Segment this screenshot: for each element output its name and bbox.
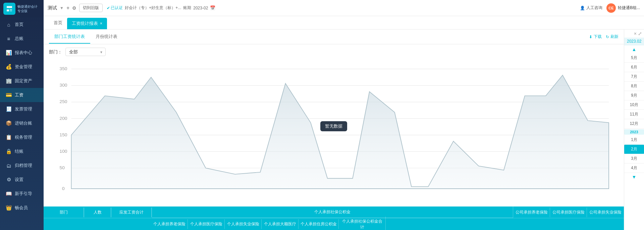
sidebar-item-label: 进销台账 [15,120,32,126]
sales-icon: 📦 [5,120,12,126]
ledger-icon: ≡ [5,36,12,42]
topbar-dropdown-arrow[interactable]: ▼ [60,6,64,10]
certified-badge: ✔ 已认证 [107,5,123,11]
chart-container: 350 300 250 200 150 100 50 0 [44,59,624,206]
topbar-add-button[interactable]: + [66,5,69,11]
month-1[interactable]: 1月 [624,135,644,145]
sub-tab-dept[interactable]: 部门工资统计表 [49,30,90,44]
year-badge: 2023 [624,129,644,135]
sidebar-item-funds[interactable]: 💰 资金管理 [0,60,44,74]
right-panel-expand-button[interactable]: ⤢ [638,31,642,36]
sidebar-item-ledger[interactable]: ≡ 总账 [0,32,44,46]
table-header: 部门 人数 应发工资合计 [44,206,624,230]
user-avatar: CE [606,3,616,13]
sidebar-item-label: 税务管理 [15,134,32,140]
sub-tab-monthly[interactable]: 月份统计表 [90,30,123,44]
th-count: 人数 [84,208,111,217]
month-4[interactable]: 4月 [624,164,644,173]
tab-home[interactable]: 首页 [49,17,67,29]
month-10[interactable]: 10月 [624,100,644,110]
payroll-icon: 💳 [5,92,12,98]
th-personal-medical: 个人承担医疗保险 [188,219,225,229]
consult-icon: 👤 [580,6,585,10]
filter-label: 部门： [49,49,62,55]
month-3[interactable]: 3月 [624,154,644,164]
consult-button[interactable]: 👤 人工咨询 [580,5,602,11]
sidebar-item-reports[interactable]: 📊 报表中心 [0,46,44,60]
refresh-button[interactable]: ↻ 刷新 [606,34,619,40]
filter-select-wrapper: 全部 [65,48,106,56]
closing-icon: 🔒 [5,148,12,154]
user-menu[interactable]: CE 轻捷通B组... [606,3,640,13]
th-personal-unemployment: 个人承担失业保险 [225,219,262,229]
tab-payroll-report[interactable]: 工资统计报表 × [67,18,107,29]
tab-close-button[interactable]: × [100,21,102,26]
content-area: 部门工资统计表 月份统计表 ⬇ 下载 ↻ 刷新 [44,30,644,230]
user-name: 轻捷通B组... [618,5,640,11]
sidebar-item-guide[interactable]: 📖 新手引导 [0,187,44,201]
main-content: 部门工资统计表 月份统计表 ⬇ 下载 ↻ 刷新 [44,30,624,230]
date-nav-up[interactable]: ▲ [624,45,644,53]
th-personal-bigmedical: 个人承担大额医疗 [262,219,299,229]
logo-icon [3,3,15,15]
sidebar-item-invoices[interactable]: 🧾 发票管理 [0,102,44,116]
th-total-salary: 应发工资合计 [111,208,152,217]
th-personal-housing: 个人承担住房公积金 [299,219,339,229]
tabbar: 首页 工资统计报表 × [44,16,644,30]
chart-svg: 350 300 250 200 150 100 50 0 [50,63,617,203]
logo-text: 畅捷通好会计 专业版 [17,4,38,13]
topbar-switch-button[interactable]: 切到旧版 [79,4,103,12]
sidebar-item-payroll[interactable]: 💳 工资 [0,88,44,102]
sidebar-item-assets[interactable]: 🏢 固定资产 [0,74,44,88]
sidebar-item-label: 固定资产 [15,78,32,84]
sidebar-item-archive[interactable]: 🗂 归档管理 [0,158,44,173]
filter-bar: 部门： 全部 [44,44,624,59]
department-select[interactable]: 全部 [65,48,106,56]
guide-icon: 📖 [5,191,12,197]
th-personal-total: 个人承担社保公积金合计 [339,217,386,230]
sidebar-item-closing[interactable]: 🔒 结账 [0,144,44,158]
sidebar-logo: 畅捷通好会计 专业版 [0,0,44,17]
calendar-icon[interactable]: 📅 [210,5,215,10]
month-6[interactable]: 6月 [624,63,644,72]
svg-text:150: 150 [60,132,67,137]
date-nav-down[interactable]: ▼ [624,173,644,181]
settings-icon: ⚙ [5,177,12,183]
refresh-icon: ↻ [606,35,609,39]
sidebar-item-settings[interactable]: ⚙ 设置 [0,173,44,187]
month-11[interactable]: 11月 [624,110,644,119]
reports-icon: 📊 [5,50,12,56]
month-8[interactable]: 8月 [624,82,644,91]
month-9[interactable]: 9月 [624,91,644,100]
sidebar-item-label: 首页 [15,21,23,28]
svg-text:350: 350 [60,66,67,71]
svg-text:100: 100 [60,149,67,154]
table-header-row1: 部门 人数 应发工资合计 [44,206,624,218]
right-panel-close-button[interactable]: × [634,31,637,36]
invoices-icon: 🧾 [5,106,12,112]
sidebar-item-vip[interactable]: 👑 畅会员 [0,201,44,215]
sidebar-item-tax[interactable]: 📋 税务管理 [0,130,44,144]
th-company-medical: 公司承担医疗保险 [550,208,587,217]
month-12[interactable]: 12月 [624,119,644,129]
sidebar-item-label: 工资 [15,92,23,98]
svg-text:300: 300 [60,83,67,88]
svg-text:250: 250 [60,99,67,104]
sidebar-item-label: 设置 [15,177,23,183]
vip-icon: 👑 [5,205,12,211]
sidebar-item-home[interactable]: ⌂ 首页 [0,17,44,32]
month-7[interactable]: 7月 [624,72,644,82]
topbar-settings-button[interactable]: ⚙ [72,5,76,11]
sidebar-item-sales[interactable]: 📦 进销台账 [0,116,44,130]
download-icon: ⬇ [589,35,592,39]
download-button[interactable]: ⬇ 下载 [589,34,602,40]
month-2-active[interactable]: 2月 [624,145,644,154]
svg-text:50: 50 [60,165,65,170]
badges-text: 好会计（专）+好生意（标）+... [125,5,181,11]
archive-icon: 🗂 [5,163,12,169]
right-panel: × ⤢ 2023.02 ▲ 5月 6月 7月 8月 9月 10月 11月 12月… [624,30,644,230]
sub-tabs: 部门工资统计表 月份统计表 ⬇ 下载 ↻ 刷新 [44,30,624,44]
table-header-row2: 个人承担养老保险 个人承担医疗保险 个人承担失业保险 个人承担大额医疗 个人承担… [151,218,624,230]
assets-icon: 🏢 [5,78,12,84]
month-5[interactable]: 5月 [624,53,644,63]
